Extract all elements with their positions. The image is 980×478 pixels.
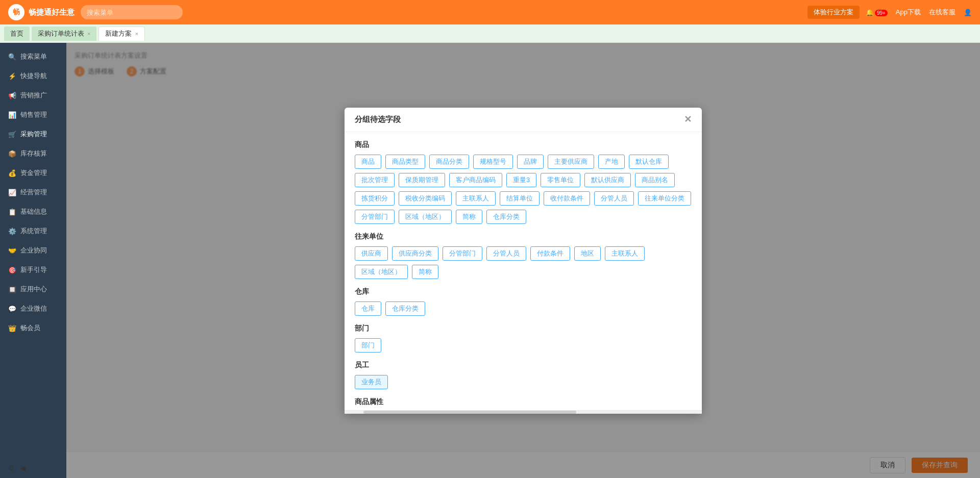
tab-new-plan[interactable]: 新建方案 × bbox=[99, 27, 144, 41]
app-name: 畅捷通好生意 bbox=[29, 8, 75, 17]
modal-title: 分组待选字段 bbox=[355, 115, 401, 124]
field-tag-main-contact[interactable]: 主联系人 bbox=[456, 191, 496, 206]
field-tag-product-alias[interactable]: 商品别名 bbox=[635, 173, 675, 187]
field-tag-shelf-life[interactable]: 保质期管理 bbox=[399, 173, 445, 187]
sidebar-item-operations[interactable]: 📈 经营管理 bbox=[0, 183, 66, 202]
top-search-input[interactable] bbox=[81, 5, 183, 19]
target-icon: 🎯 bbox=[8, 266, 16, 274]
experience-btn[interactable]: 体验行业方案 bbox=[807, 6, 860, 19]
field-tag-abbr[interactable]: 简称 bbox=[456, 210, 482, 224]
modal-close-icon[interactable]: ✕ bbox=[684, 115, 692, 124]
section-title-employee: 员工 bbox=[355, 361, 692, 370]
sidebar-item-search[interactable]: 🔍 搜索菜单 bbox=[0, 47, 66, 66]
sidebar-item-basic-info[interactable]: 📋 基础信息 bbox=[0, 202, 66, 221]
wechat-icon: 💬 bbox=[8, 305, 16, 313]
sidebar-item-sales[interactable]: 📊 销售管理 bbox=[0, 105, 66, 124]
warehouse-field-grid: 仓库 仓库分类 bbox=[355, 301, 692, 316]
trending-icon: 📈 bbox=[8, 188, 16, 196]
tab-purchase-close-icon[interactable]: × bbox=[87, 31, 90, 37]
field-tag-region[interactable]: 区域（地区） bbox=[399, 210, 452, 224]
field-tag-payment-terms[interactable]: 收付款条件 bbox=[544, 191, 590, 206]
field-tag-default-warehouse[interactable]: 默认仓库 bbox=[629, 155, 669, 169]
sidebar-item-quicknav[interactable]: ⚡ 快捷导航 bbox=[0, 66, 66, 86]
tab-bar: 首页 采购订单统计表 × 新建方案 × bbox=[0, 24, 980, 43]
sidebar-item-enterprise[interactable]: 🤝 企业协同 bbox=[0, 241, 66, 260]
field-tag-product[interactable]: 商品 bbox=[355, 155, 381, 169]
tab-new-plan-close-icon[interactable]: × bbox=[135, 31, 138, 37]
modal-overlay: 分组待选字段 ✕ 商品 商品 商品类型 商品分类 规格型号 品牌 主要供应商 产… bbox=[66, 43, 980, 478]
section-title-product: 商品 bbox=[355, 140, 692, 149]
field-tag-person-mgmt[interactable]: 分管人员 bbox=[486, 246, 526, 261]
tab-purchase-stats[interactable]: 采购订单统计表 × bbox=[32, 27, 96, 41]
field-tag-warehouse[interactable]: 仓库 bbox=[355, 301, 381, 316]
field-tag-dept-supervisor[interactable]: 分管部门 bbox=[355, 210, 395, 224]
field-tag-tax-code[interactable]: 税收分类编码 bbox=[399, 191, 452, 206]
sidebar-item-finance[interactable]: 💰 资金管理 bbox=[0, 163, 66, 183]
search-icon: 🔍 bbox=[8, 53, 16, 61]
cart-icon: 🛒 bbox=[8, 130, 16, 138]
collapse-icon[interactable]: ◀ bbox=[20, 464, 26, 472]
sidebar-bottom: ⚙ ◀ bbox=[0, 458, 66, 478]
modal-body[interactable]: 商品 商品 商品类型 商品分类 规格型号 品牌 主要供应商 产地 默认仓库 批次… bbox=[345, 132, 702, 410]
field-tag-pick-points[interactable]: 拣货积分 bbox=[355, 191, 395, 206]
field-tag-supervisor[interactable]: 分管人员 bbox=[594, 191, 634, 206]
field-tag-supplier-category[interactable]: 供应商分类 bbox=[392, 246, 438, 261]
section-title-product-attr: 商品属性 bbox=[355, 397, 692, 407]
field-tag-batch-mgmt[interactable]: 批次管理 bbox=[355, 173, 395, 187]
logo-icon: 畅 bbox=[8, 4, 24, 20]
modal-horizontal-scrollbar[interactable] bbox=[345, 410, 702, 414]
field-tag-spec-model[interactable]: 规格型号 bbox=[473, 155, 513, 169]
sidebar-item-inventory[interactable]: 📦 库存核算 bbox=[0, 144, 66, 163]
sidebar-item-wechat[interactable]: 💬 企业微信 bbox=[0, 299, 66, 318]
field-tag-warehouse-cat[interactable]: 仓库分类 bbox=[486, 210, 526, 224]
handshake-icon: 🤝 bbox=[8, 246, 16, 255]
modal: 分组待选字段 ✕ 商品 商品 商品类型 商品分类 规格型号 品牌 主要供应商 产… bbox=[345, 108, 702, 414]
grid-icon: 🔲 bbox=[8, 285, 16, 293]
field-tag-supplier[interactable]: 供应商 bbox=[355, 246, 388, 261]
online-service-link[interactable]: 在线客服 bbox=[929, 8, 955, 17]
field-tag-district[interactable]: 地区 bbox=[574, 246, 601, 261]
field-tag-brand[interactable]: 品牌 bbox=[517, 155, 544, 169]
field-tag-abbr2[interactable]: 简称 bbox=[412, 265, 438, 279]
field-tag-payment-cond[interactable]: 付款条件 bbox=[530, 246, 570, 261]
dept-field-grid: 部门 bbox=[355, 338, 692, 353]
employee-field-grid: 业务员 bbox=[355, 375, 692, 389]
notification-badge: 99+ bbox=[875, 10, 888, 16]
sidebar-item-member[interactable]: 👑 畅会员 bbox=[0, 318, 66, 338]
field-tag-dept[interactable]: 部门 bbox=[355, 338, 381, 353]
field-tag-customer-sku[interactable]: 客户商品编码 bbox=[449, 173, 502, 187]
section-title-dept: 部门 bbox=[355, 324, 692, 333]
field-tag-dept-mgmt[interactable]: 分管部门 bbox=[443, 246, 482, 261]
field-tag-product-category[interactable]: 商品分类 bbox=[429, 155, 469, 169]
field-tag-retail-unit[interactable]: 零售单位 bbox=[541, 173, 580, 187]
field-tag-region2[interactable]: 区域（地区） bbox=[355, 265, 408, 279]
sidebar-item-purchase[interactable]: 🛒 采购管理 bbox=[0, 124, 66, 144]
tab-home[interactable]: 首页 bbox=[4, 27, 30, 41]
sidebar-item-system[interactable]: ⚙️ 系统管理 bbox=[0, 221, 66, 241]
notification-area[interactable]: 🔔99+ bbox=[866, 9, 888, 16]
field-tag-warehouse-category[interactable]: 仓库分类 bbox=[385, 301, 425, 316]
user-avatar[interactable]: 👤 bbox=[964, 9, 972, 16]
field-tag-origin[interactable]: 产地 bbox=[598, 155, 625, 169]
app-download-link[interactable]: App下载 bbox=[896, 8, 921, 17]
sidebar: 🔍 搜索菜单 ⚡ 快捷导航 📢 营销推广 📊 销售管理 🛒 采购管理 📦 库存核… bbox=[0, 43, 66, 478]
sidebar-item-guide[interactable]: 🎯 新手引导 bbox=[0, 260, 66, 280]
field-tag-counterpart-category[interactable]: 往来单位分类 bbox=[638, 191, 691, 206]
field-tag-main-contact2[interactable]: 主联系人 bbox=[605, 246, 645, 261]
counterpart-field-grid: 供应商 供应商分类 分管部门 分管人员 付款条件 地区 主联系人 区域（地区） … bbox=[355, 246, 692, 279]
sidebar-item-marketing[interactable]: 📢 营销推广 bbox=[0, 86, 66, 105]
top-bar: 畅 畅捷通好生意 体验行业方案 🔔99+ App下载 在线客服 👤 bbox=[0, 0, 980, 24]
content-area: 采购订单统计表方案设置 1 选择模板 2 方案配置 分组待选字段 ✕ bbox=[66, 43, 980, 478]
field-tag-weight[interactable]: 重量3 bbox=[506, 173, 536, 187]
product-field-grid: 商品 商品类型 商品分类 规格型号 品牌 主要供应商 产地 默认仓库 批次管理 … bbox=[355, 155, 692, 224]
field-tag-main-supplier[interactable]: 主要供应商 bbox=[548, 155, 594, 169]
field-tag-product-type[interactable]: 商品类型 bbox=[385, 155, 425, 169]
sidebar-item-appstore[interactable]: 🔲 应用中心 bbox=[0, 280, 66, 299]
field-tag-default-supplier[interactable]: 默认供应商 bbox=[584, 173, 631, 187]
section-title-counterpart: 往来单位 bbox=[355, 232, 692, 241]
field-tag-settlement-unit[interactable]: 结算单位 bbox=[500, 191, 540, 206]
gear-icon: ⚙️ bbox=[8, 227, 16, 235]
field-tag-salesperson[interactable]: 业务员 bbox=[355, 375, 388, 389]
settings-icon[interactable]: ⚙ bbox=[8, 464, 14, 472]
modal-header: 分组待选字段 ✕ bbox=[345, 108, 702, 132]
